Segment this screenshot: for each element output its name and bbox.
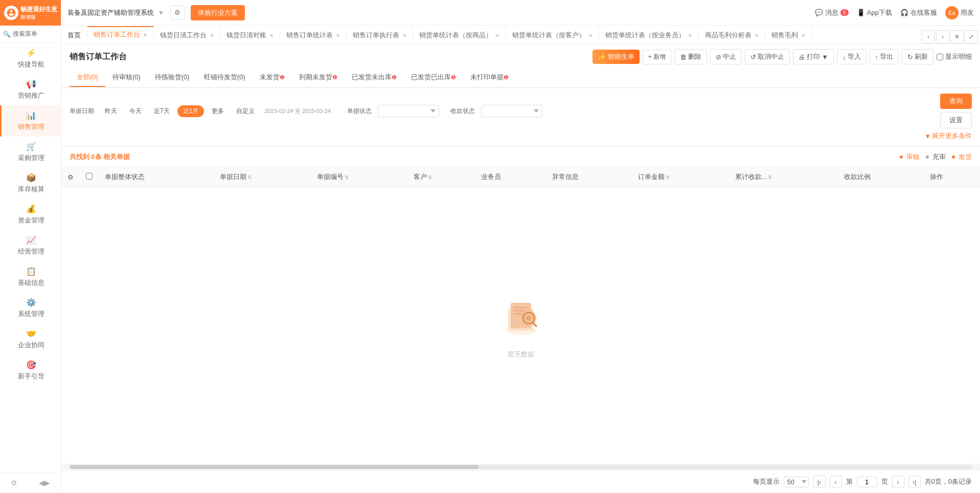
tab-staff-stat[interactable]: 销货单统计表（按业务员） ✕ [599, 26, 699, 43]
page-size-select[interactable]: 10 20 50 100 [784, 477, 809, 487]
tab-goods-stat[interactable]: 销货单统计表（按商品） ✕ [413, 26, 506, 43]
page-first-btn[interactable]: |‹ [813, 476, 826, 488]
select-all-checkbox[interactable] [86, 173, 93, 180]
sidebar-item-finance[interactable]: 💰 资金管理 [0, 199, 61, 230]
tab-sales-stat-close[interactable]: ✕ [336, 33, 340, 38]
user-menu[interactable]: Ea 用友 [945, 6, 974, 19]
expand-filter-btn[interactable]: ▼ 展开更多条件 [924, 131, 972, 141]
tab-customer-stat[interactable]: 销货单统计表（按客户） ✕ [506, 26, 599, 43]
system-dropdown-icon[interactable]: ▼ [158, 9, 164, 16]
tab-daily-reconcile[interactable]: 钱货日清对账 ✕ [220, 26, 280, 43]
tab-sales-exec[interactable]: 销售订单执行表 ✕ [347, 26, 413, 43]
date-custom[interactable]: 自定义 [232, 105, 259, 117]
tab-goods-stat-close[interactable]: ✕ [495, 33, 499, 38]
page-number-input[interactable] [857, 477, 877, 487]
message-btn[interactable]: 💬 消息 6 [815, 8, 849, 17]
date-1month[interactable]: 近1月 [177, 105, 204, 117]
date-today[interactable]: 今天 [125, 105, 146, 117]
tab-staff-stat-close[interactable]: ✕ [688, 33, 692, 38]
print-btn[interactable]: 🖨 打印 ▼ [793, 49, 834, 64]
show-detail-checkbox-label[interactable]: 显示明细 [937, 52, 972, 61]
sub-tab-unshipped[interactable]: 未发货❶ [253, 69, 292, 87]
page-next-btn[interactable]: › [892, 476, 904, 488]
sidebar-item-inventory[interactable]: 📦 库存核算 [0, 168, 61, 199]
industry-btn[interactable]: 体验行业方案 [191, 5, 245, 20]
tab-sales-profit[interactable]: 销售毛利 ✕ [765, 26, 812, 43]
sidebar-item-quick-nav[interactable]: ⚡ 快捷导航 [0, 43, 61, 74]
tab-gross-profit-close[interactable]: ✕ [755, 33, 759, 38]
tab-sales-profit-close[interactable]: ✕ [801, 33, 805, 38]
tab-customer-stat-close[interactable]: ✕ [588, 33, 592, 38]
sub-tab-shipped-out[interactable]: 已发货已出库❶ [404, 69, 463, 87]
new-btn[interactable]: + 新增 [643, 50, 671, 64]
result-area: 共找到 0条 相关单据 审核 充审 发货 [61, 147, 980, 493]
status-select[interactable]: 全部 待审核 已审核 [378, 105, 439, 117]
ship-op-btn[interactable]: 发货 [952, 152, 972, 162]
operation-icon: 📈 [26, 235, 36, 245]
sub-tab-overdue-ship[interactable]: 到期未发货❶ [292, 69, 345, 87]
sidebar-item-marketing[interactable]: 📢 营销推广 [0, 74, 61, 105]
review-op-btn[interactable]: 审核 [900, 152, 920, 162]
col-staff[interactable]: 业务员 [475, 167, 546, 187]
import-btn[interactable]: ↓ 导入 [837, 49, 867, 64]
sub-tab-wangpu-ship[interactable]: 旺铺待发货(0) [197, 69, 253, 87]
scrollbar-thumb[interactable] [70, 465, 478, 469]
sub-tab-all[interactable]: 全部(0) [70, 69, 105, 87]
sub-tab-pending-review[interactable]: 待审核(0) [105, 69, 148, 87]
page-prev-btn[interactable]: ‹ [830, 476, 842, 488]
tab-sales-workbench[interactable]: 销售订单工作台 ✕ [87, 26, 154, 43]
col-amount[interactable]: 订单金额⇅ [632, 167, 729, 187]
export-btn[interactable]: ↑ 导出 [870, 49, 899, 64]
delete-btn[interactable]: 🗑 删除 [674, 49, 707, 64]
suspend-btn[interactable]: ⊘ 中止 [710, 49, 742, 64]
tab-prev-btn[interactable]: ‹ [922, 30, 935, 43]
tab-next-btn[interactable]: › [936, 30, 949, 43]
scrollbar-area[interactable] [61, 464, 980, 470]
tab-daily-clear[interactable]: 钱货日清工作台 ✕ [154, 26, 220, 43]
tab-home[interactable]: 首页 [61, 26, 87, 43]
col-checkbox[interactable] [80, 167, 99, 187]
tab-daily-reconcile-close[interactable]: ✕ [269, 33, 274, 38]
sidebar-item-operation[interactable]: 📈 经营管理 [0, 230, 61, 261]
tab-close-all-btn[interactable]: ✕ [950, 30, 964, 43]
sidebar-collapse-btn[interactable]: ◀▶ [37, 477, 52, 489]
page-last-btn[interactable]: ›| [908, 476, 921, 488]
col-number[interactable]: 单据编号⇅ [311, 167, 408, 187]
sidebar-settings-btn[interactable]: ⚙ [9, 477, 19, 489]
settings-gear-btn[interactable]: ⚙ [170, 6, 185, 20]
app-download-btn[interactable]: 📱 App下载 [857, 8, 892, 17]
sidebar-item-base-info[interactable]: 📋 基础信息 [0, 261, 61, 293]
online-service-btn[interactable]: 🎧 在线客服 [900, 8, 937, 17]
col-received[interactable]: 累计收款...⇅ [729, 167, 838, 187]
refresh-btn[interactable]: ↻ 刷新 [902, 49, 933, 64]
date-7days[interactable]: 近7天 [149, 105, 174, 117]
date-more[interactable]: 更多 [207, 105, 229, 117]
col-date[interactable]: 单据日期⇅ [214, 167, 311, 187]
search-menu-item[interactable]: 🔍 搜索菜单 [0, 26, 61, 43]
sidebar-item-purchase[interactable]: 🛒 采购管理 [0, 137, 61, 168]
col-customer[interactable]: 客户⇅ [407, 167, 475, 187]
un-review-op-btn[interactable]: 充审 [926, 152, 946, 162]
sidebar-item-guide[interactable]: 🎯 新手引导 [0, 355, 61, 386]
unsuspend-btn[interactable]: ↺ 取消中止 [745, 49, 790, 64]
finance-icon: 💰 [26, 204, 36, 214]
sub-tab-unprinted[interactable]: 未打印单据❶ [463, 69, 516, 87]
filter-setting-btn[interactable]: 设置 [940, 112, 972, 128]
sub-tab-pending-inspect[interactable]: 待拣验货(0) [148, 69, 197, 87]
sidebar-item-sales[interactable]: 📊 销售管理 [0, 105, 61, 137]
date-yesterday[interactable]: 昨天 [100, 105, 122, 117]
tab-maximize-btn[interactable]: ⤢ [965, 30, 978, 43]
sidebar-item-system[interactable]: ⚙️ 系统管理 [0, 293, 61, 324]
col-settings[interactable]: ⚙ [61, 167, 80, 187]
sub-tab-shipped-not-out[interactable]: 已发货未出库❶ [345, 69, 404, 87]
query-btn[interactable]: 查询 [940, 94, 972, 109]
tab-sales-workbench-close[interactable]: ✕ [143, 32, 147, 38]
tab-sales-stat[interactable]: 销售订单统计表 ✕ [280, 26, 347, 43]
tab-daily-clear-close[interactable]: ✕ [210, 33, 214, 38]
tab-gross-profit[interactable]: 商品毛利分析表 ✕ [699, 26, 765, 43]
ai-generate-btn[interactable]: ✨ 智能生单 [592, 50, 640, 64]
sidebar-item-collab[interactable]: 🤝 企业协同 [0, 324, 61, 355]
payment-select[interactable]: 全部 未收款 已收款 [481, 105, 542, 117]
show-detail-checkbox[interactable] [937, 54, 943, 60]
tab-sales-exec-close[interactable]: ✕ [402, 33, 406, 38]
